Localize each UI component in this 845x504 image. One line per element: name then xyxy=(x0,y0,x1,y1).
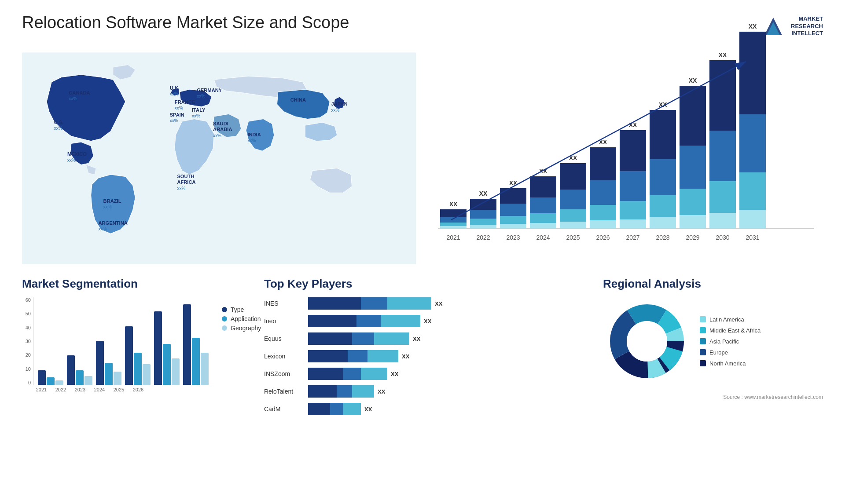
player-bar-container: XX xyxy=(308,315,581,327)
bar-seg xyxy=(709,131,736,181)
stacked-bar-2024 xyxy=(530,176,556,228)
bar-seg xyxy=(560,209,586,222)
player-bar xyxy=(352,332,374,345)
map-value-india: xx% xyxy=(247,138,256,143)
bar-seg xyxy=(620,130,646,171)
world-map-section: CANADA xx% U.S. xx% MEXICO xx% BRAZ xyxy=(22,48,416,268)
player-row-ines: INES XX xyxy=(264,297,581,310)
player-bar xyxy=(343,403,361,415)
map-label-china: CHINA xyxy=(290,97,306,102)
map-label-south-africa: SOUTH xyxy=(177,174,194,179)
player-bar xyxy=(367,350,398,362)
x-label-2022: 2022 xyxy=(470,234,496,241)
bar-group-2022: XX xyxy=(470,190,496,228)
map-value-uk: xx% xyxy=(170,91,178,96)
map-value-germany: xx% xyxy=(197,94,205,99)
bar-group-2029: XX xyxy=(680,77,706,228)
player-bar xyxy=(308,297,361,310)
bar-label-top-2029: XX xyxy=(689,77,697,84)
key-players-section: Top Key Players INES XX Ineo XX xyxy=(255,277,590,420)
legend-asia-pacific: Asia Pacific xyxy=(700,338,760,345)
segmentation-section: Market Segmentation 60 50 40 30 20 10 0 xyxy=(22,277,242,420)
player-bar-container: XX xyxy=(308,350,581,362)
bar-seg xyxy=(440,223,467,226)
map-value-brazil: xx% xyxy=(103,205,112,209)
x-label-2028: 2028 xyxy=(650,234,676,241)
bar-seg xyxy=(680,86,706,146)
bar-seg xyxy=(470,225,496,228)
seg-x-labels: 2021 2022 2023 2024 2025 2026 xyxy=(22,387,213,392)
map-label-spain: SPAIN xyxy=(170,112,184,117)
bar-seg xyxy=(470,199,496,210)
bar-seg xyxy=(440,217,467,223)
legend-middle-east-africa: Middle East & Africa xyxy=(700,327,760,334)
player-bar xyxy=(374,332,409,345)
seg-y-axis: 60 50 40 30 20 10 0 xyxy=(22,297,31,385)
player-bar xyxy=(356,315,381,327)
bar-seg xyxy=(590,180,616,205)
bar-label-top-2026: XX xyxy=(599,139,607,146)
bar-label-top-2022: XX xyxy=(479,190,488,197)
map-label-france: FRANCE xyxy=(175,99,195,105)
player-bar xyxy=(387,297,431,310)
map-label-germany: GERMANY xyxy=(197,88,222,93)
bar-seg xyxy=(620,201,646,219)
bar-seg xyxy=(709,213,736,228)
bar-seg xyxy=(620,219,646,228)
player-bar xyxy=(348,350,367,362)
bar-label-top-2027: XX xyxy=(629,121,637,128)
bar-group-2024: XX xyxy=(530,168,556,228)
player-bar xyxy=(308,385,337,398)
player-bar xyxy=(308,332,352,345)
map-value-china: xx% xyxy=(290,104,299,109)
x-label-2021: 2021 xyxy=(440,234,467,241)
legend-dot-geography xyxy=(222,325,227,331)
stacked-bar-2031 xyxy=(739,32,766,228)
regional-dot-asia-pacific xyxy=(700,338,706,344)
player-bar xyxy=(352,385,374,398)
map-label-italy: ITALY xyxy=(192,107,206,113)
bar-seg xyxy=(739,114,766,172)
map-label-india: INDIA xyxy=(247,132,261,137)
legend-europe: Europe xyxy=(700,349,760,356)
page-container: Relocation Software Market Size and Scop… xyxy=(0,0,845,504)
bar-seg xyxy=(680,146,706,189)
bar-seg xyxy=(620,171,646,201)
bar-seg xyxy=(560,190,586,209)
player-bar xyxy=(337,385,352,398)
regional-dot-latin-america xyxy=(700,316,706,322)
bar-group-2027: XX xyxy=(620,121,646,228)
bar-label-top-2023: XX xyxy=(509,179,518,186)
seg-group-2026 xyxy=(183,304,209,385)
bar-seg xyxy=(440,226,467,228)
page-title: Relocation Software Market Size and Scop… xyxy=(22,13,349,32)
x-label-2024: 2024 xyxy=(530,234,556,241)
player-bar-container: XX xyxy=(308,297,581,310)
bar-group-2028: XX xyxy=(650,101,676,228)
map-value-mexico: xx% xyxy=(67,158,76,163)
player-bar-container: XX xyxy=(308,332,581,345)
player-row-equus: Equus XX xyxy=(264,332,581,345)
map-value-us: xx% xyxy=(54,126,62,131)
stacked-bar-2029 xyxy=(680,86,706,228)
map-value-saudi: xx% xyxy=(213,133,221,138)
logo-text: MARKET RESEARCH INTELLECT xyxy=(791,15,823,38)
seg-bars-area xyxy=(33,297,213,385)
bar-seg xyxy=(650,110,676,159)
seg-group-2024 xyxy=(125,326,151,385)
x-label-2031: 2031 xyxy=(739,234,766,241)
x-label-2030: 2030 xyxy=(709,234,736,241)
player-bar xyxy=(330,403,343,415)
player-bar xyxy=(308,315,356,327)
donut-legend-container: Latin America Middle East & Africa Asia … xyxy=(603,297,823,385)
x-label-2027: 2027 xyxy=(620,234,646,241)
bar-chart-section: XX XX xyxy=(429,48,823,268)
seg-group-2021 xyxy=(38,370,63,385)
bar-seg xyxy=(530,213,556,223)
bar-seg xyxy=(590,220,616,228)
map-value-spain: xx% xyxy=(170,118,178,123)
bar-seg xyxy=(470,210,496,219)
bar-seg xyxy=(650,195,676,217)
bar-seg xyxy=(440,209,467,217)
svg-text:ARABIA: ARABIA xyxy=(213,127,232,132)
